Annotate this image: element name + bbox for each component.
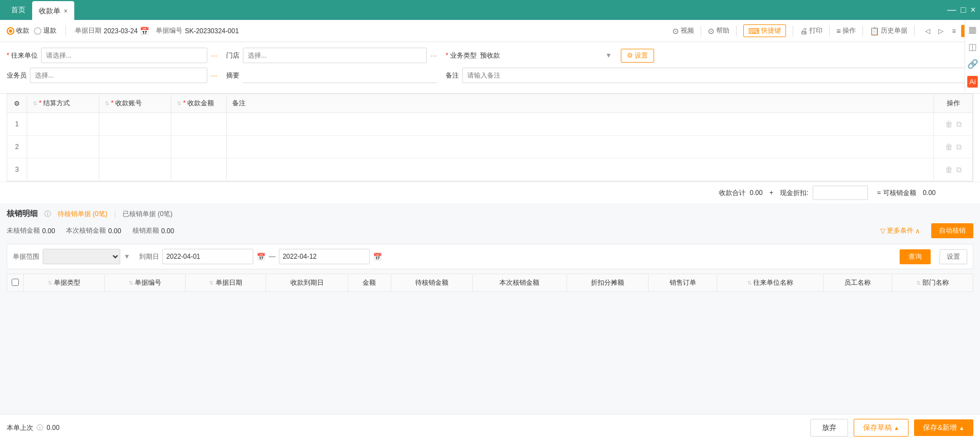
sort-icon-dept[interactable]: ⇅	[916, 280, 921, 286]
unverified-stat: 未核销金额 0.00	[7, 226, 55, 235]
radio-refund[interactable]: 退款	[34, 26, 57, 35]
td-settle-1[interactable]	[27, 113, 99, 135]
date-from-input[interactable]	[162, 249, 253, 264]
verify-info-icon[interactable]: ⓘ	[44, 209, 51, 219]
remark-input[interactable]	[462, 68, 973, 83]
th-discount: 折扣分摊额	[566, 274, 648, 292]
radio-group: 收款 退款	[7, 26, 57, 35]
staff-more-btn[interactable]: ···	[211, 71, 217, 80]
history-icon: 📋	[870, 27, 879, 35]
party-input[interactable]	[41, 48, 207, 63]
form-area: * 往来单位 ··· 门店 ··· * 业务类型 预收款 ▼	[0, 42, 980, 94]
td-amount-1[interactable]	[171, 113, 227, 135]
save-new-btn[interactable]: 保存&新增 ▲	[914, 419, 973, 436]
th-account: ⇅ * 收款账号	[99, 94, 171, 112]
sort-icon-type[interactable]: ⇅	[48, 280, 52, 286]
video-btn[interactable]: ⊙ 视频	[672, 26, 694, 35]
td-account-2[interactable]	[99, 136, 171, 158]
sidebar-icon-link[interactable]: 🔗	[967, 59, 978, 69]
delete-icon-3[interactable]: 🗑	[945, 165, 953, 174]
td-remark-2[interactable]	[227, 136, 934, 158]
sidebar-icon-table[interactable]: ▦	[968, 24, 977, 35]
tab-home[interactable]: 首页	[4, 0, 32, 20]
th-current: 本次核销金额	[472, 274, 566, 292]
table-header: ⚙ ⇅ * 结算方式 ⇅ * 收款账号 ⇅ * 收款金额 备注 操作	[7, 94, 973, 113]
date-to-input[interactable]	[279, 249, 370, 264]
layout-btn-1[interactable]: ◁	[921, 25, 933, 37]
sidebar-icon-special[interactable]: Ai	[967, 76, 978, 88]
store-more-btn[interactable]: ···	[430, 51, 437, 60]
data-table: ⇅ 单据类型 ⇅ 单据编号 ⇅ 单据日期 收款到期日	[7, 274, 973, 292]
to-calendar-icon[interactable]: 📅	[373, 253, 382, 261]
help-btn[interactable]: ⊙ 帮助	[708, 26, 729, 35]
auto-verify-btn[interactable]: 自动核销	[931, 223, 973, 238]
layout-btn-2[interactable]: ▷	[935, 25, 947, 37]
filter-settings-btn[interactable]: 设置	[940, 249, 967, 264]
party-more-btn[interactable]: ···	[211, 51, 217, 60]
business-type-arrow[interactable]: ▼	[605, 52, 612, 59]
operations-btn[interactable]: ≡ 操作	[836, 26, 856, 35]
td-amount-3[interactable]	[171, 158, 227, 181]
toolbar-actions: ⊙ 视频 ⊙ 帮助 ⌨ 快捷键 🖨 打印 ≡ 操作	[672, 24, 973, 37]
calendar-icon[interactable]: 📅	[140, 27, 149, 35]
td-remark-1[interactable]	[227, 113, 934, 135]
maximize-btn[interactable]: □	[961, 5, 966, 15]
from-calendar-icon[interactable]: 📅	[257, 253, 266, 261]
sort-icon-number[interactable]: ⇅	[129, 280, 133, 286]
table-header-row: ⇅ 单据类型 ⇅ 单据编号 ⇅ 单据日期 收款到期日	[7, 274, 973, 292]
td-remark-3[interactable]	[227, 158, 934, 181]
diff-label: 核销差额	[132, 226, 159, 235]
th-dept: ⇅ 部门名称	[892, 274, 973, 292]
copy-icon-3[interactable]: ⧉	[956, 165, 962, 175]
diff-value: 0.00	[161, 227, 174, 235]
td-settle-3[interactable]	[27, 158, 99, 181]
sort-icon-party[interactable]: ⇅	[747, 280, 752, 286]
summary-input[interactable]	[243, 68, 437, 83]
info-icon[interactable]: ⓘ	[37, 423, 43, 433]
shortcut-btn[interactable]: ⌨ 快捷键	[743, 24, 786, 37]
draft-btn[interactable]: 保存草稿 ▲	[854, 419, 909, 437]
td-account-3[interactable]	[99, 158, 171, 181]
minimize-btn[interactable]: —	[947, 5, 956, 15]
sidebar-icon-layout[interactable]: ◫	[968, 42, 977, 52]
tab-receipt[interactable]: 收款单 ×	[32, 1, 74, 21]
settings-btn[interactable]: ⚙ 设置	[621, 49, 654, 63]
delete-icon-1[interactable]: 🗑	[945, 120, 953, 129]
sort-icon-account[interactable]: ⇅	[105, 100, 109, 106]
range-select[interactable]	[43, 249, 120, 264]
copy-icon-1[interactable]: ⧉	[956, 120, 962, 129]
data-table-wrapper: ⇅ 单据类型 ⇅ 单据编号 ⇅ 单据日期 收款到期日	[7, 274, 973, 292]
td-amount-2[interactable]	[171, 136, 227, 158]
td-index-3: 3	[7, 158, 27, 181]
print-btn[interactable]: 🖨 打印	[800, 26, 823, 35]
form-row-1: * 往来单位 ··· 门店 ··· * 业务类型 预收款 ▼	[7, 48, 973, 63]
td-account-1[interactable]	[99, 113, 171, 135]
summary-row: 收款合计 0.00 + 现金折扣: = 可核销金额 0.00	[0, 182, 980, 203]
td-index-2: 2	[7, 136, 27, 158]
history-btn[interactable]: 📋 历史单据	[870, 26, 907, 35]
close-btn[interactable]: ×	[971, 5, 976, 15]
query-btn[interactable]: 查询	[900, 249, 931, 264]
td-settle-2[interactable]	[27, 136, 99, 158]
sort-icon-amount[interactable]: ⇅	[177, 100, 181, 106]
tab-receipt-label: 收款单	[39, 6, 60, 16]
copy-icon-2[interactable]: ⧉	[956, 142, 962, 152]
layout-btn-3[interactable]: ≡	[948, 25, 960, 37]
more-filter-btn[interactable]: ▽ 更多条件 ∧	[880, 226, 920, 235]
range-field: 单据范围 ▼	[13, 249, 130, 264]
delete-icon-2[interactable]: 🗑	[945, 142, 953, 151]
th-gear[interactable]: ⚙	[7, 95, 27, 112]
abandon-btn[interactable]: 放弃	[810, 419, 848, 437]
radio-receive[interactable]: 收款	[7, 26, 29, 35]
bt-required: *	[446, 52, 448, 59]
sort-icon-date[interactable]: ⇅	[209, 280, 213, 286]
select-all-checkbox[interactable]	[12, 279, 19, 286]
store-input[interactable]	[243, 48, 427, 63]
pending-tab[interactable]: 待核销单据 (0笔)	[58, 209, 108, 219]
staff-input[interactable]	[30, 68, 207, 83]
discount-input[interactable]	[813, 186, 868, 200]
toolbar-separator-2	[701, 25, 701, 37]
sort-icon-settle[interactable]: ⇅	[33, 100, 37, 106]
tab-close-icon[interactable]: ×	[64, 7, 68, 15]
done-tab[interactable]: 已核销单据 (0笔)	[122, 209, 172, 219]
